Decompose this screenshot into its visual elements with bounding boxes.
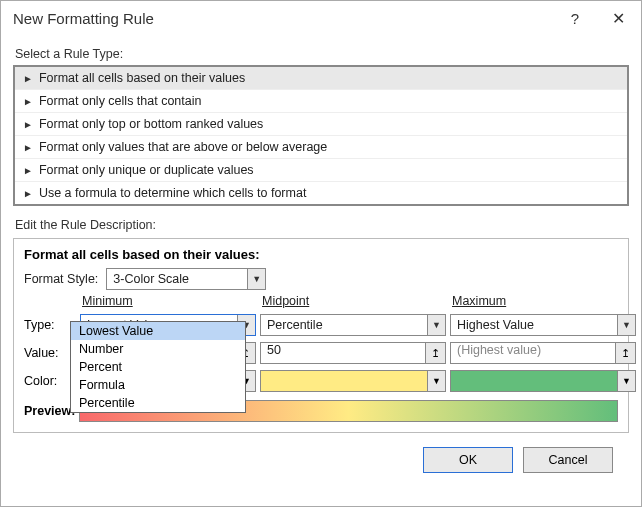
midpoint-value-text: 50 — [261, 343, 425, 363]
arrow-icon: ► — [23, 119, 33, 130]
rule-type-text: Format only top or bottom ranked values — [39, 117, 263, 131]
preview-label: Preview: — [24, 404, 75, 418]
rule-type-item[interactable]: ► Use a formula to determine which cells… — [15, 182, 627, 204]
chevron-down-icon: ▼ — [427, 371, 445, 391]
midpoint-color-swatch — [261, 371, 427, 391]
rule-type-item[interactable]: ► Format only unique or duplicate values — [15, 159, 627, 182]
chevron-down-icon: ▼ — [617, 315, 635, 335]
rule-type-item[interactable]: ► Format only cells that contain — [15, 90, 627, 113]
chevron-down-icon: ▼ — [247, 269, 265, 289]
cancel-button[interactable]: Cancel — [523, 447, 613, 473]
chevron-down-icon: ▼ — [617, 371, 635, 391]
midpoint-type-combo[interactable]: Percentile ▼ — [260, 314, 446, 336]
maximum-value-input[interactable]: (Highest value) ↥ — [450, 342, 636, 364]
dialog-title: New Formatting Rule — [13, 10, 555, 27]
dropdown-option[interactable]: Lowest Value — [71, 322, 245, 340]
value-row-label: Value: — [24, 346, 76, 360]
arrow-icon: ► — [23, 142, 33, 153]
format-style-label: Format Style: — [24, 272, 98, 286]
rule-type-text: Format only unique or duplicate values — [39, 163, 254, 177]
midpoint-color-combo[interactable]: ▼ — [260, 370, 446, 392]
rule-type-item[interactable]: ► Format only values that are above or b… — [15, 136, 627, 159]
dropdown-option[interactable]: Percentile — [71, 394, 245, 412]
column-header-midpoint: Midpoint — [260, 294, 446, 308]
dropdown-option[interactable]: Formula — [71, 376, 245, 394]
maximum-color-swatch — [451, 371, 617, 391]
rule-description-panel: Format all cells based on their values: … — [13, 238, 629, 433]
rule-type-text: Format only values that are above or bel… — [39, 140, 327, 154]
collapse-dialog-icon[interactable]: ↥ — [615, 343, 635, 363]
maximum-value-text: (Highest value) — [451, 343, 615, 363]
rule-type-list[interactable]: ► Format all cells based on their values… — [13, 65, 629, 206]
collapse-dialog-icon[interactable]: ↥ — [425, 343, 445, 363]
rule-type-text: Format all cells based on their values — [39, 71, 245, 85]
maximum-color-combo[interactable]: ▼ — [450, 370, 636, 392]
type-row-label: Type: — [24, 318, 76, 332]
arrow-icon: ► — [23, 73, 33, 84]
minimum-type-dropdown-list[interactable]: Lowest Value Number Percent Formula Perc… — [70, 321, 246, 413]
maximum-type-value: Highest Value — [451, 318, 617, 332]
midpoint-value-input[interactable]: 50 ↥ — [260, 342, 446, 364]
new-formatting-rule-dialog: New Formatting Rule ? ✕ Select a Rule Ty… — [0, 0, 642, 507]
format-style-value: 3-Color Scale — [107, 272, 247, 286]
dropdown-option[interactable]: Number — [71, 340, 245, 358]
arrow-icon: ► — [23, 188, 33, 199]
rule-type-text: Use a formula to determine which cells t… — [39, 186, 306, 200]
rule-description-heading: Format all cells based on their values: — [24, 247, 618, 262]
arrow-icon: ► — [23, 165, 33, 176]
color-row-label: Color: — [24, 374, 76, 388]
rule-description-label: Edit the Rule Description: — [15, 218, 629, 232]
column-header-maximum: Maximum — [450, 294, 636, 308]
close-button[interactable]: ✕ — [595, 9, 641, 28]
rule-type-label: Select a Rule Type: — [15, 47, 629, 61]
format-style-combo[interactable]: 3-Color Scale ▼ — [106, 268, 266, 290]
titlebar: New Formatting Rule ? ✕ — [1, 1, 641, 35]
ok-button[interactable]: OK — [423, 447, 513, 473]
help-button[interactable]: ? — [555, 10, 595, 27]
maximum-type-combo[interactable]: Highest Value ▼ — [450, 314, 636, 336]
column-header-minimum: Minimum — [80, 294, 256, 308]
dropdown-option[interactable]: Percent — [71, 358, 245, 376]
rule-type-text: Format only cells that contain — [39, 94, 202, 108]
midpoint-type-value: Percentile — [261, 318, 427, 332]
rule-type-item[interactable]: ► Format only top or bottom ranked value… — [15, 113, 627, 136]
rule-type-item[interactable]: ► Format all cells based on their values — [15, 67, 627, 90]
arrow-icon: ► — [23, 96, 33, 107]
chevron-down-icon: ▼ — [427, 315, 445, 335]
